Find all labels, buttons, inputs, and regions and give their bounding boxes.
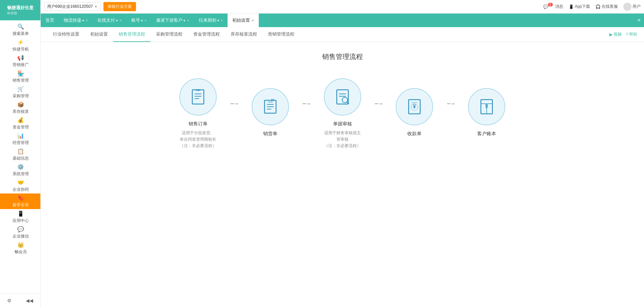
- sub-tab-action-帮助[interactable]: ?帮助: [626, 32, 637, 37]
- svg-text:¥: ¥: [413, 104, 416, 109]
- message-button[interactable]: 💬 6 消息: [543, 4, 563, 9]
- sub-tab-销售管理流程[interactable]: 销售管理流程: [113, 27, 151, 42]
- nav-tab-物流快递[interactable]: 物流快递▾×: [59, 14, 93, 27]
- nav-tab-close-icon[interactable]: ×: [144, 18, 147, 22]
- sidebar-item-purchase[interactable]: 🛒 采购管理: [0, 84, 40, 100]
- flow-step-销售订单[interactable]: 销售订单 适用于分批发货、有合同发货周期较长（注：非必要流程）: [168, 78, 229, 149]
- sidebar-item-label: 资金管理: [13, 124, 29, 130]
- nav-tab-arrow-icon: ▾: [82, 19, 84, 22]
- action-label: 视频: [613, 32, 622, 37]
- sub-tab-行业特性设置[interactable]: 行业特性设置: [47, 27, 85, 42]
- new-guide-icon: 🔖: [17, 195, 24, 201]
- sidebar-item-system[interactable]: ⚙️ 系统管理: [0, 162, 40, 178]
- nav-tab-close-icon[interactable]: ×: [221, 18, 223, 22]
- experience-button[interactable]: 体验行业方案: [103, 2, 136, 11]
- sidebar-item-enterprise-wechat[interactable]: 💬 企业微信: [0, 225, 40, 240]
- sidebar-item-app-center[interactable]: 📱 应用中心: [0, 209, 40, 225]
- purchase-icon: 🛒: [17, 86, 24, 92]
- sidebar-item-quick-nav[interactable]: ⚡ 快捷导航: [0, 38, 40, 53]
- sidebar-bottom: ⚙ ◀◀: [0, 293, 40, 307]
- step-circle: ¥: [468, 88, 505, 125]
- sub-tab-营销管理流程[interactable]: 营销管理流程: [262, 27, 300, 42]
- close-all-tabs-button[interactable]: ×: [634, 17, 644, 23]
- flow-arrow-icon: - -→: [230, 100, 238, 107]
- sidebar-item-new-guide[interactable]: 🔖 新手引导: [0, 193, 40, 209]
- sidebar-item-label: 应用中心: [13, 218, 29, 224]
- app-name: 畅捷通好生意: [7, 5, 34, 11]
- flow-step-销货单[interactable]: 销货单: [240, 88, 301, 140]
- sub-tab-初始设置[interactable]: 初始设置: [85, 27, 113, 42]
- sub-tabs: 行业特性设置初始设置销售管理流程采购管理流程资金管理流程库存核算流程营销管理流程…: [41, 27, 644, 42]
- sidebar-item-label: 经营管理: [13, 140, 29, 146]
- sidebar-item-enterprise-collab[interactable]: 🤝 企业协同: [0, 178, 40, 193]
- header-right: 💬 6 消息 📱 App下载 🎧 在线客服 用户: [543, 3, 641, 11]
- flow-step-收款单[interactable]: ¥ 收款单: [384, 88, 445, 140]
- main-content: 行业特性设置初始设置销售管理流程采购管理流程资金管理流程库存核算流程营销管理流程…: [41, 27, 644, 307]
- sidebar-item-search[interactable]: 🔍 搜索菜单: [0, 22, 40, 38]
- system-icon: ⚙️: [17, 164, 24, 170]
- sidebar-item-label: 企业协同: [13, 187, 29, 192]
- sidebar-item-operations[interactable]: 📊 经营管理: [0, 131, 40, 147]
- nav-tab-close-icon[interactable]: ×: [252, 18, 254, 22]
- username-label: 用户: [632, 4, 641, 9]
- nav-tab-close-icon[interactable]: ×: [187, 18, 189, 22]
- sub-tab-资金管理流程[interactable]: 资金管理流程: [188, 27, 225, 42]
- sub-tab-actions: ▶视频?帮助: [609, 32, 637, 37]
- online-service-button[interactable]: 🎧 在线客服: [596, 4, 618, 9]
- sub-tab-action-视频[interactable]: ▶视频: [609, 32, 622, 37]
- flow-step-客户账本[interactable]: ¥ 客户账本: [456, 88, 517, 140]
- sidebar-menu: 🔍 搜索菜单 ⚡ 快捷导航 📢 营销推广 🏪 销售管理 🛒 采购管理 📦 库存核…: [0, 20, 40, 293]
- sidebar-item-label: 搜索菜单: [13, 31, 29, 37]
- sidebar: 畅捷通好生意 标准版 🔍 搜索菜单 ⚡ 快捷导航 📢 营销推广 🏪 销售管理 🛒…: [0, 0, 41, 307]
- enterprise-collab-icon: 🤝: [17, 179, 24, 186]
- sidebar-item-label: 企业微信: [13, 233, 29, 239]
- vip-icon: 👑: [17, 242, 24, 248]
- nav-tab-arrow-icon: ▾: [141, 19, 143, 22]
- sidebar-item-marketing[interactable]: 📢 营销推广: [0, 53, 40, 69]
- nav-tab-label: 邀请下游客户: [156, 17, 182, 23]
- marketing-icon: 📢: [17, 55, 24, 61]
- nav-tab-往来期初[interactable]: 往来期初▾×: [194, 14, 228, 27]
- nav-tab-邀请下游客户[interactable]: 邀请下游客户▾×: [151, 14, 194, 27]
- app-download-icon: 📱: [569, 4, 574, 9]
- step-circle: [324, 78, 361, 116]
- svg-rect-0: [192, 90, 204, 104]
- sidebar-item-label: 系统管理: [13, 171, 29, 177]
- collapse-icon[interactable]: ◀◀: [24, 296, 35, 305]
- nav-tabs-bar: 首页物流快递▾×在线支付▾×账号▾×邀请下游客户▾×往来期初▾×初始设置××: [41, 14, 644, 27]
- user-menu-button[interactable]: 用户: [623, 3, 641, 11]
- nav-tab-账号[interactable]: 账号▾×: [126, 14, 151, 27]
- step-name: 销货单: [263, 131, 277, 137]
- nav-tab-首页[interactable]: 首页: [41, 14, 59, 27]
- sidebar-item-label: 新手引导: [13, 202, 29, 208]
- sub-tab-采购管理流程[interactable]: 采购管理流程: [151, 27, 188, 42]
- user-selector[interactable]: 用户690企业1660120507 ▼: [44, 2, 101, 11]
- header-left: 用户690企业1660120507 ▼ 体验行业方案: [44, 2, 136, 11]
- nav-tab-close-icon[interactable]: ×: [119, 18, 121, 22]
- settings-icon[interactable]: ⚙: [5, 296, 13, 305]
- sidebar-item-inventory[interactable]: 📦 库存核算: [0, 100, 40, 116]
- finance-icon: 💰: [17, 117, 24, 123]
- sidebar-item-label: 畅会员: [15, 249, 27, 255]
- app-download-button[interactable]: 📱 App下载: [569, 4, 590, 9]
- sidebar-item-sales[interactable]: 🏪 销售管理: [0, 69, 40, 84]
- flow-arrow-icon: - -→: [375, 100, 383, 107]
- nav-tab-在线支付[interactable]: 在线支付▾×: [93, 14, 126, 27]
- sub-tab-库存核算流程[interactable]: 库存核算流程: [225, 27, 262, 42]
- step-name: 客户账本: [477, 131, 496, 137]
- nav-tab-close-icon[interactable]: ×: [86, 18, 88, 22]
- sidebar-item-label: 快捷导航: [13, 46, 29, 52]
- sidebar-item-vip[interactable]: 👑 畅会员: [0, 240, 40, 256]
- top-header: 用户690企业1660120507 ▼ 体验行业方案 💬 6 消息 📱 App下…: [41, 0, 644, 14]
- message-label: 消息: [555, 4, 563, 9]
- sidebar-item-finance[interactable]: 💰 资金管理: [0, 116, 40, 131]
- step-circle: [252, 88, 289, 125]
- svg-rect-4: [196, 89, 200, 91]
- search-icon: 🔍: [17, 23, 24, 30]
- flow-step-单据审核[interactable]: 单据审核 适用于财务审核或主管审核（注：非必要流程）: [312, 78, 373, 149]
- nav-tab-arrow-icon: ▾: [183, 19, 185, 22]
- nav-tab-初始设置[interactable]: 初始设置×: [228, 14, 258, 27]
- sidebar-item-label: 营销推广: [13, 62, 29, 68]
- sidebar-item-base-info[interactable]: 📋 基础信息: [0, 147, 40, 162]
- step-desc: 适用于财务审核或主管审核（注：非必要流程）: [324, 130, 361, 149]
